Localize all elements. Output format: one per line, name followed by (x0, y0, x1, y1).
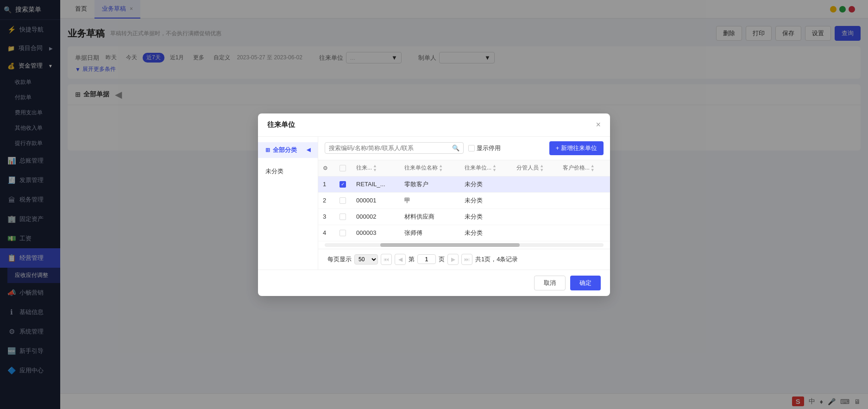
row2-name: 甲 (400, 192, 460, 208)
modal-body: ⊞ 全部分类 ◀ 未分类 🔍 (258, 137, 610, 270)
check-mark: ✓ (341, 182, 345, 187)
modal-header: 往来单位 × (258, 113, 610, 137)
row3-salesperson (512, 208, 558, 225)
row4-price (558, 225, 610, 241)
row3-check[interactable] (340, 214, 346, 220)
grid-small-icon: ⊞ (265, 147, 270, 153)
row3-name: 材料供应商 (400, 208, 460, 225)
modal-sidebar: ⊞ 全部分类 ◀ 未分类 (258, 137, 318, 270)
row4-code: 000003 (352, 225, 400, 241)
salesperson-sort[interactable]: 分管人员 ▲▼ (516, 164, 554, 172)
cancel-button[interactable]: 取消 (534, 276, 566, 290)
search-icon: 🔍 (452, 145, 459, 151)
row4-category: 未分类 (460, 225, 512, 241)
category-sort-arrows: ▲▼ (492, 164, 497, 172)
row2-checkbox[interactable] (335, 192, 352, 208)
show-disabled-checkbox[interactable] (468, 145, 475, 151)
row1-salesperson (512, 176, 558, 192)
first-page-button[interactable]: ⏮ (381, 254, 392, 265)
th-code: 往来... ▲▼ (352, 160, 400, 176)
row3-num: 3 (318, 208, 335, 225)
page-input[interactable] (417, 254, 436, 264)
search-box[interactable]: 🔍 (325, 142, 464, 154)
page-word: 第 (409, 255, 415, 264)
th-name: 往来单位名称 ▲▼ (400, 160, 460, 176)
row1-code: RETAIL_... (352, 176, 400, 192)
row3-price (558, 208, 610, 225)
name-sort-arrows: ▲▼ (439, 164, 443, 172)
row4-checkbox[interactable] (335, 225, 352, 241)
row4-check[interactable] (340, 230, 346, 236)
row1-name: 零散客户 (400, 176, 460, 192)
table-row[interactable]: 4 000003 张师傅 未分类 (318, 225, 610, 241)
row2-price (558, 192, 610, 208)
modal-sidebar-uncategorized[interactable]: 未分类 (258, 164, 318, 179)
table-row[interactable]: 1 ✓ RETAIL_... 零散客户 未分类 (318, 176, 610, 192)
scrollbar-thumb[interactable] (380, 243, 520, 247)
code-sort[interactable]: 往来... ▲▼ (356, 164, 395, 172)
th-salesperson: 分管人员 ▲▼ (512, 160, 558, 176)
row1-check[interactable]: ✓ (340, 181, 346, 188)
row1-price (558, 176, 610, 192)
pagination: 每页显示 50 100 ⏮ ◀ 第 页 ▶ ⏭ 共1页，4条记录 (327, 254, 518, 265)
modal-table-wrap: ⚙ 往来... ▲▼ (318, 160, 610, 241)
row1-num: 1 (318, 176, 335, 192)
row2-check[interactable] (340, 197, 346, 204)
page-size-label: 每页显示 (327, 255, 352, 264)
modal-table-head: ⚙ 往来... ▲▼ (318, 160, 610, 176)
th-checkbox (335, 160, 352, 176)
modal-main-content: 🔍 显示停用 + 新增往来单位 ⚙ (318, 137, 610, 270)
settings-icon[interactable]: ⚙ (323, 165, 328, 171)
modal-toolbar: 🔍 显示停用 + 新增往来单位 (318, 137, 610, 160)
row3-category: 未分类 (460, 208, 512, 225)
row2-category: 未分类 (460, 192, 512, 208)
row2-code: 000001 (352, 192, 400, 208)
modal-table-body: 1 ✓ RETAIL_... 零散客户 未分类 (318, 176, 610, 241)
modal-title: 往来单位 (267, 120, 295, 129)
total-records: 共1页，4条记录 (475, 255, 518, 264)
modal-close-button[interactable]: × (596, 120, 601, 130)
th-category: 往来单位... ▲▼ (460, 160, 512, 176)
show-disabled-label[interactable]: 显示停用 (468, 144, 501, 152)
modal-table: ⚙ 往来... ▲▼ (318, 160, 610, 241)
row3-code: 000002 (352, 208, 400, 225)
horizontal-scrollbar[interactable] (325, 243, 604, 247)
price-sort[interactable]: 客户价格... ▲▼ (563, 164, 605, 172)
price-sort-arrows: ▲▼ (591, 164, 595, 172)
row4-name: 张师傅 (400, 225, 460, 241)
select-all-checkbox[interactable] (340, 165, 346, 171)
modal-table-header-row: ⚙ 往来... ▲▼ (318, 160, 610, 176)
prev-page-button[interactable]: ◀ (395, 254, 406, 265)
row1-checkbox[interactable]: ✓ (335, 176, 352, 192)
row4-salesperson (512, 225, 558, 241)
new-partner-button[interactable]: + 新增往来单位 (549, 141, 604, 155)
modal-button-area: 取消 确定 (258, 270, 610, 296)
modal-footer: 每页显示 50 100 ⏮ ◀ 第 页 ▶ ⏭ 共1页，4条记录 (318, 249, 610, 270)
search-input[interactable] (329, 145, 449, 151)
next-page-button[interactable]: ▶ (447, 254, 459, 265)
th-settings: ⚙ (318, 160, 335, 176)
code-sort-arrows: ▲▼ (373, 164, 377, 172)
row1-category: 未分类 (460, 176, 512, 192)
row3-checkbox[interactable] (335, 208, 352, 225)
modal-sidebar-label (258, 158, 318, 164)
page-label: 页 (439, 255, 445, 264)
table-row[interactable]: 3 000002 材料供应商 未分类 (318, 208, 610, 225)
salesperson-sort-arrows: ▲▼ (540, 164, 544, 172)
modal-overlay[interactable]: 往来单位 × ⊞ 全部分类 ◀ 未分类 (0, 0, 868, 409)
partner-modal: 往来单位 × ⊞ 全部分类 ◀ 未分类 (258, 113, 610, 296)
row4-num: 4 (318, 225, 335, 241)
th-price-level: 客户价格... ▲▼ (558, 160, 610, 176)
name-sort[interactable]: 往来单位名称 ▲▼ (404, 164, 455, 172)
modal-sidebar-all[interactable]: ⊞ 全部分类 ◀ (258, 142, 318, 158)
category-sort[interactable]: 往来单位... ▲▼ (465, 164, 507, 172)
row2-num: 2 (318, 192, 335, 208)
page-size-select[interactable]: 50 100 (354, 254, 378, 264)
last-page-button[interactable]: ⏭ (461, 254, 472, 265)
collapse-left-icon[interactable]: ◀ (307, 147, 310, 153)
table-row[interactable]: 2 000001 甲 未分类 (318, 192, 610, 208)
row2-salesperson (512, 192, 558, 208)
confirm-button[interactable]: 确定 (570, 276, 601, 290)
